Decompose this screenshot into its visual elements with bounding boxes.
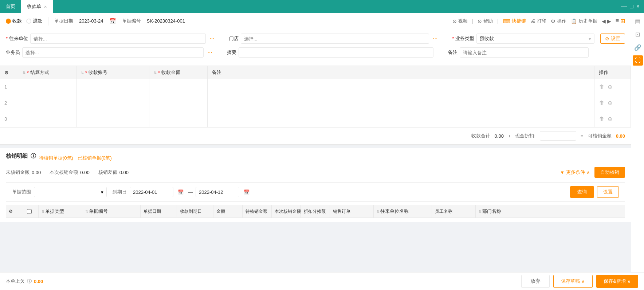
- biz-type-select[interactable]: 预收款 ▾: [476, 34, 594, 44]
- counterpart-input[interactable]: [30, 34, 206, 44]
- calendar-icon[interactable]: 📅: [109, 18, 116, 24]
- bth-discount: 折扣分摊额: [301, 205, 330, 218]
- filter-icon: ▼: [560, 170, 565, 175]
- copy-icon-2[interactable]: ⊕: [608, 99, 612, 106]
- help-btn[interactable]: ⊙ 帮助: [478, 18, 493, 24]
- grid-view-icon[interactable]: ⊞: [620, 17, 625, 24]
- available-label: 可核销金额: [588, 133, 612, 139]
- td-remark-3[interactable]: [208, 111, 594, 127]
- copy-icon-3[interactable]: ⊕: [608, 115, 612, 122]
- footer-info-icon: ⓘ: [27, 278, 32, 285]
- query-button[interactable]: 查询: [570, 186, 594, 198]
- sidebar-copy-icon[interactable]: ⊡: [633, 29, 643, 39]
- summary-input[interactable]: [239, 47, 433, 58]
- sidebar-camera-icon[interactable]: ⛶: [633, 55, 643, 66]
- pending-tab-link[interactable]: 待核销单据(0笔): [39, 155, 73, 161]
- abandon-button[interactable]: 放弃: [521, 275, 550, 288]
- current-check-stat: 本次核销金额 0.00: [50, 169, 89, 176]
- shortcut-btn[interactable]: ⌨ 快捷键: [503, 18, 526, 24]
- date-to-input[interactable]: [196, 187, 239, 197]
- td-account-no-3[interactable]: [76, 111, 149, 127]
- discount-input[interactable]: [540, 131, 576, 141]
- sidebar-link-icon[interactable]: 🔗: [633, 42, 643, 52]
- radio-refund-label: 退款: [33, 18, 42, 24]
- shop-label: 门店: [229, 35, 239, 42]
- td-payment-method-3[interactable]: [18, 111, 76, 127]
- draft-button[interactable]: 保存草稿 ∧: [553, 275, 593, 288]
- calendar-from-icon[interactable]: 📅: [178, 189, 184, 195]
- copy-icon-1[interactable]: ⊕: [608, 83, 612, 90]
- operation-btn[interactable]: ⚙ 操作: [551, 18, 566, 24]
- radio-payment[interactable]: 收款: [6, 18, 22, 24]
- available-value: 0.00: [616, 133, 625, 139]
- delete-icon-1[interactable]: 🗑: [599, 84, 605, 90]
- salesman-more-icon[interactable]: ···: [207, 49, 212, 56]
- tab-home-label: 首页: [6, 3, 15, 10]
- td-account-no-2[interactable]: [76, 95, 149, 111]
- td-payment-method-1[interactable]: [18, 79, 76, 95]
- list-view-icon[interactable]: ≡: [616, 17, 619, 24]
- date-from-input[interactable]: [130, 187, 173, 197]
- save-new-button[interactable]: 保存&新增 ∧: [596, 275, 638, 288]
- select-all-checkbox[interactable]: [27, 209, 32, 214]
- calendar-to-icon[interactable]: 📅: [244, 189, 250, 195]
- radio-refund[interactable]: 退款: [26, 18, 42, 24]
- salesman-input[interactable]: [22, 47, 204, 58]
- bth-amount: 金额: [213, 205, 243, 218]
- window-controls: — □ ×: [621, 3, 644, 10]
- main-content: 收款 退款 单据日期 2023-03-24 📅 单据编号 SK-20230324…: [0, 13, 631, 272]
- bth-bill-no: ⇅ 单据编号: [82, 205, 141, 218]
- setting-button[interactable]: 设置: [597, 186, 619, 198]
- summary-field: 摘要: [227, 47, 433, 58]
- bth-checkbox[interactable]: [24, 205, 39, 218]
- td-amount-3[interactable]: [149, 111, 208, 127]
- save-new-label: 保存&新增: [604, 278, 626, 285]
- print-btn[interactable]: 🖨 打印: [530, 18, 546, 24]
- next-arrow[interactable]: ▶: [607, 18, 611, 24]
- gear-icon: ⚙: [605, 36, 609, 42]
- td-payment-method-2[interactable]: [18, 95, 76, 111]
- close-icon[interactable]: ×: [636, 3, 640, 10]
- td-remark-2[interactable]: [208, 95, 594, 111]
- shop-input[interactable]: [241, 34, 429, 44]
- history-icon: 📋: [571, 18, 577, 24]
- video-btn[interactable]: ⊙ 视频: [452, 18, 468, 24]
- stats-row: 未核销金额 0.00 本次核销金额 0.00 核销差额 0.00 ▼ 更多条件 …: [6, 167, 625, 178]
- remark-input[interactable]: [460, 47, 589, 58]
- scope-select[interactable]: ▾: [34, 187, 107, 197]
- th-payment-method: ⇅ * 结算方式: [18, 66, 76, 79]
- minimize-icon[interactable]: —: [621, 3, 627, 10]
- search-form: 单据范围 ▾ 到期日 📅 — 📅 查询 设置: [6, 182, 625, 202]
- payment-type-radio: 收款 退款: [6, 18, 42, 24]
- bottom-table-header: ⚙ ⇅ 单据类型 ⇅ 单据编号 单据日期 收款到期日 金额 待核销金额 本次核销…: [6, 205, 625, 218]
- diff-label: 核销差额: [98, 169, 117, 176]
- shop-more-icon[interactable]: ···: [433, 35, 437, 42]
- more-conditions-btn[interactable]: ▼ 更多条件 ∧: [560, 169, 590, 176]
- delete-icon-2[interactable]: 🗑: [599, 100, 605, 106]
- tab-current[interactable]: 收款单 ×: [21, 0, 53, 13]
- maximize-icon[interactable]: □: [630, 3, 633, 10]
- th-settings[interactable]: ⚙: [0, 66, 18, 79]
- done-tab-link[interactable]: 已核销单据(0笔): [78, 155, 112, 161]
- bth-settings[interactable]: ⚙: [6, 205, 24, 218]
- td-amount-1[interactable]: [149, 79, 208, 95]
- tab-close-icon[interactable]: ×: [44, 4, 47, 9]
- prev-arrow[interactable]: ◀: [602, 18, 606, 24]
- history-btn[interactable]: 📋 历史单据: [571, 18, 597, 24]
- chevron-up-icon: ∧: [586, 170, 590, 175]
- auto-verification-btn[interactable]: 自动核销: [594, 167, 625, 178]
- counterpart-label: * 往来单位: [6, 35, 28, 42]
- td-remark-1[interactable]: [208, 79, 594, 95]
- sidebar-table-icon[interactable]: ▤: [633, 16, 643, 26]
- table-row: 1 🗑 ⊕: [0, 79, 631, 95]
- current-value: 0.00: [80, 170, 89, 175]
- total-value: 0.00: [495, 133, 504, 139]
- radio-payment-dot: [6, 19, 11, 24]
- info-icon: ⓘ: [31, 153, 36, 160]
- settings-button[interactable]: ⚙ 设置: [600, 34, 625, 44]
- tab-home[interactable]: 首页: [0, 0, 21, 13]
- delete-icon-3[interactable]: 🗑: [599, 116, 605, 122]
- td-amount-2[interactable]: [149, 95, 208, 111]
- counterpart-more-icon[interactable]: ···: [209, 35, 214, 42]
- td-account-no-1[interactable]: [76, 79, 149, 95]
